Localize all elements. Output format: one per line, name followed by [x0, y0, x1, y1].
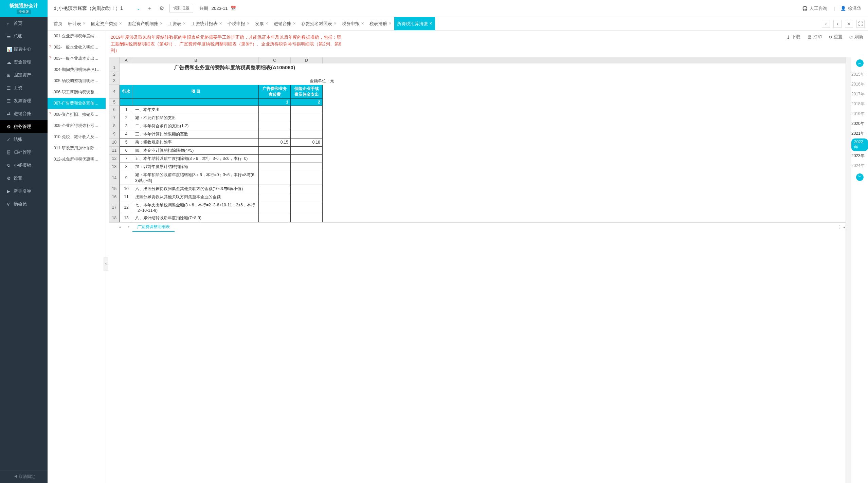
row-val-c[interactable] — [259, 171, 291, 185]
close-icon[interactable]: ✕ — [429, 21, 432, 26]
year-item[interactable]: 2023年 — [851, 151, 868, 161]
sidebar-item[interactable]: ⊞固定资产 — [0, 69, 48, 81]
download-button[interactable]: ⤓下载 — [786, 34, 800, 40]
year-down-icon[interactable]: ︾ — [856, 173, 864, 181]
reset-button[interactable]: ↺重置 — [829, 34, 843, 40]
row-val-d[interactable] — [291, 130, 323, 138]
tab-scroll-left-icon[interactable]: ‹ — [822, 20, 830, 28]
scrollbar-vertical[interactable] — [846, 57, 851, 483]
sidebar-item[interactable]: ↻小畅报销 — [0, 159, 48, 172]
sidebar-item[interactable]: ☲发票管理 — [0, 94, 48, 107]
year-item[interactable]: 2017年 — [851, 89, 868, 99]
tab[interactable]: 存货别名对照表✕ — [299, 17, 339, 31]
tab[interactable]: 税务申报✕ — [339, 17, 367, 31]
chevron-down-icon[interactable]: ⌄ — [137, 6, 140, 11]
calendar-icon[interactable]: 📅 — [231, 6, 236, 11]
sidebar-item[interactable]: V畅会员 — [0, 198, 48, 210]
year-up-icon[interactable]: ︽ — [856, 59, 864, 67]
year-item[interactable]: 2020年 — [851, 119, 868, 129]
sidebar-item[interactable]: 🗄归档管理 — [0, 146, 48, 159]
row-val-d[interactable] — [291, 106, 323, 114]
close-icon[interactable]: ✕ — [333, 21, 337, 26]
close-icon[interactable]: ✕ — [160, 21, 163, 26]
account-name[interactable]: 刘小艳演示账套（勿删勿动！）1 — [54, 5, 123, 12]
row-val-d[interactable] — [291, 155, 323, 163]
sidebar-unpin[interactable]: ◀ 取消固定 — [0, 470, 48, 483]
sheet-first-icon[interactable]: « — [116, 225, 124, 229]
year-item[interactable]: 2024年 — [851, 161, 868, 171]
row-val-d[interactable] — [291, 147, 323, 155]
year-item[interactable]: 2016年 — [851, 79, 868, 89]
tab[interactable]: 进销台账✕ — [271, 17, 299, 31]
row-val-d[interactable] — [291, 114, 323, 122]
report-link[interactable]: 005-纳税调整项目明细表(A1... — [48, 75, 106, 87]
headset-icon[interactable]: 🎧 — [802, 6, 808, 11]
tab-scroll-right-icon[interactable]: › — [833, 20, 842, 28]
report-link[interactable]: 004-期间费用明细表(A1040... — [48, 64, 106, 75]
year-item[interactable]: 2021年 — [851, 129, 868, 138]
report-link[interactable]: 006-职工薪酬纳税调整明细... — [48, 87, 106, 98]
close-icon[interactable]: ✕ — [265, 21, 268, 26]
row-val-d[interactable] — [291, 185, 323, 193]
close-icon[interactable]: ✕ — [183, 21, 186, 26]
row-val-c[interactable] — [259, 106, 291, 114]
close-icon[interactable]: ✕ — [388, 21, 392, 26]
report-link[interactable]: ?002-一般企业收入明细表(A1... — [48, 42, 106, 53]
report-link[interactable]: 001-企业所得税年度纳税申... — [48, 31, 106, 42]
close-icon[interactable]: ✕ — [83, 21, 86, 26]
sheet-more-icon[interactable]: ⋮ ◂ — [837, 225, 846, 229]
user-name[interactable]: 徐泽华 — [848, 5, 861, 12]
year-item[interactable]: 2019年 — [851, 109, 868, 119]
report-link[interactable]: 011-研发费用加计扣除优惠... — [48, 143, 106, 154]
report-link[interactable]: 012-减免所得税优惠明细表(... — [48, 154, 106, 165]
report-link[interactable]: ?008-资产折旧、摊销及纳税... — [48, 109, 106, 120]
row-val-c[interactable] — [259, 114, 291, 122]
report-link[interactable]: 010-免税、减计收入及加计... — [48, 131, 106, 143]
year-item[interactable]: 2018年 — [851, 99, 868, 109]
year-item[interactable]: 2022年 — [851, 138, 868, 151]
row-val-c[interactable] — [259, 130, 291, 138]
sidebar-item[interactable]: ⇄进销台账 — [0, 107, 48, 120]
row-val-c[interactable] — [259, 201, 291, 214]
print-button[interactable]: 🖶打印 — [807, 34, 822, 40]
row-val-c[interactable] — [259, 185, 291, 193]
sheet-tab[interactable]: 广宣费调整明细表 — [132, 223, 175, 232]
sidebar-item[interactable]: ⚙税务管理 — [0, 120, 48, 133]
tab[interactable]: 固定资产类别✕ — [88, 17, 125, 31]
refresh-button[interactable]: ⟳刷新 — [849, 34, 863, 40]
row-val-c[interactable] — [259, 193, 291, 201]
period-value[interactable]: 2023-11 — [212, 6, 228, 11]
row-val-d[interactable] — [291, 171, 323, 185]
row-val-d[interactable] — [291, 163, 323, 171]
report-link[interactable]: 009-企业所得税弥补亏损明... — [48, 120, 106, 131]
plus-icon[interactable]: ＋ — [147, 5, 152, 12]
tab[interactable]: 工资表✕ — [165, 17, 188, 31]
row-val-d[interactable] — [291, 122, 323, 130]
gear-icon[interactable]: ⚙ — [159, 5, 164, 12]
tab[interactable]: 固定资产明细账✕ — [125, 17, 165, 31]
row-val-d[interactable] — [291, 214, 323, 222]
tab[interactable]: 发票✕ — [252, 17, 271, 31]
tab[interactable]: 税表清册✕ — [367, 17, 394, 31]
row-val-d[interactable] — [291, 201, 323, 214]
tab[interactable]: 轩计表✕ — [65, 17, 88, 31]
sidebar-item[interactable]: ☁资金管理 — [0, 56, 48, 69]
tab[interactable]: 个税申报✕ — [225, 17, 252, 31]
row-val-c[interactable] — [259, 214, 291, 222]
sheet-prev-icon[interactable]: ‹ — [124, 225, 132, 229]
service-link[interactable]: 人工咨询 — [810, 5, 827, 12]
sidebar-item[interactable]: ⚙设置 — [0, 172, 48, 185]
close-icon[interactable]: ✕ — [247, 21, 250, 26]
collapse-handle-icon[interactable]: « — [104, 257, 108, 271]
sidebar-item[interactable]: ▶新手引导 — [0, 185, 48, 198]
row-val-c[interactable]: 0.15 — [259, 138, 291, 147]
year-item[interactable]: 2015年 — [851, 70, 868, 79]
sidebar-item[interactable]: 📊报表中心 — [0, 43, 48, 56]
close-icon[interactable]: ✕ — [293, 21, 296, 26]
tab[interactable]: 所得税汇算清缴✕ — [394, 17, 435, 31]
row-val-c[interactable] — [259, 163, 291, 171]
switch-old-button[interactable]: 切到旧版 — [169, 4, 193, 13]
close-icon[interactable]: ✕ — [219, 21, 222, 26]
close-icon[interactable]: ✕ — [119, 21, 122, 26]
tab[interactable]: 首页 — [51, 17, 65, 31]
